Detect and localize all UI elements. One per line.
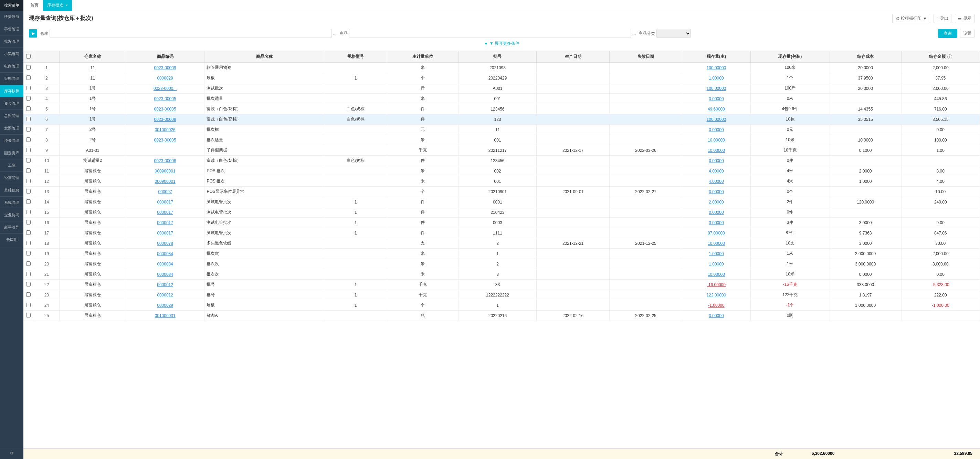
- sidebar-item-assets[interactable]: 固定资产: [0, 147, 24, 159]
- select-all-checkbox[interactable]: [26, 54, 31, 59]
- sidebar-item-quick-nav[interactable]: 快捷导航: [0, 11, 24, 23]
- product-code-cell[interactable]: 0023-00005: [126, 135, 204, 145]
- qty-main-cell[interactable]: 0.00000: [682, 207, 750, 218]
- row-checkbox[interactable]: [26, 137, 31, 142]
- product-code-cell[interactable]: 000097: [126, 186, 204, 197]
- product-code-cell[interactable]: 0000084: [126, 269, 204, 280]
- row-checkbox[interactable]: [26, 86, 31, 90]
- product-code-cell[interactable]: [126, 145, 204, 156]
- qty-main-cell[interactable]: 100.00000: [682, 63, 750, 73]
- product-code-cell[interactable]: 0023-00005: [126, 94, 204, 104]
- sidebar-logo[interactable]: 搜索菜单: [0, 0, 24, 11]
- qty-main-cell[interactable]: 100.00000: [682, 114, 750, 125]
- row-checkbox[interactable]: [26, 292, 31, 297]
- row-checkbox[interactable]: [26, 189, 31, 193]
- row-checkbox[interactable]: [26, 65, 31, 70]
- category-select[interactable]: [656, 29, 691, 38]
- qty-main-cell[interactable]: 0.00000: [682, 94, 750, 104]
- sidebar-item-invoice[interactable]: 发票管理: [0, 122, 24, 135]
- qty-main-cell[interactable]: 1.00000: [682, 259, 750, 269]
- sidebar-settings-icon[interactable]: ⚙: [0, 447, 24, 459]
- product-code-cell[interactable]: 0000017: [126, 207, 204, 218]
- product-code-cell[interactable]: 000900001: [126, 176, 204, 186]
- product-code-cell[interactable]: 0000084: [126, 259, 204, 269]
- expand-conditions-button[interactable]: ▼ ▼ 展开更多条件: [29, 39, 975, 48]
- qty-main-cell[interactable]: 0.00000: [682, 125, 750, 135]
- sidebar-item-cooperation[interactable]: 企业协同: [0, 209, 24, 222]
- display-button[interactable]: ☰ 显示: [955, 14, 975, 23]
- qty-main-cell[interactable]: 3.00000: [682, 218, 750, 228]
- sidebar-item-retail[interactable]: 零售管理: [0, 23, 24, 35]
- product-code-cell[interactable]: 0023-00008: [126, 156, 204, 166]
- setting-button[interactable]: 设置: [960, 29, 975, 38]
- sidebar-item-tax[interactable]: 税务管理: [0, 135, 24, 147]
- row-checkbox[interactable]: [26, 210, 31, 214]
- qty-main-cell[interactable]: -1.00000: [682, 300, 750, 311]
- product-code-cell[interactable]: 0000017: [126, 228, 204, 238]
- product-code-cell[interactable]: 0000012: [126, 290, 204, 300]
- row-checkbox[interactable]: [26, 127, 31, 132]
- row-checkbox[interactable]: [26, 303, 31, 307]
- sidebar-item-inventory[interactable]: 库存核算: [0, 85, 24, 97]
- qty-main-cell[interactable]: 1.00000: [682, 73, 750, 83]
- row-checkbox[interactable]: [26, 230, 31, 235]
- warehouse-input[interactable]: [49, 29, 332, 38]
- row-checkbox[interactable]: [26, 158, 31, 163]
- qty-main-cell[interactable]: 122.00000: [682, 290, 750, 300]
- product-code-cell[interactable]: 0023-00008: [126, 114, 204, 125]
- qty-main-cell[interactable]: 10.00000: [682, 135, 750, 145]
- row-checkbox[interactable]: [26, 168, 31, 173]
- tab-close-icon[interactable]: ×: [66, 3, 68, 7]
- row-checkbox[interactable]: [26, 261, 31, 266]
- row-checkbox[interactable]: [26, 241, 31, 245]
- product-code-cell[interactable]: 001000026: [126, 125, 204, 135]
- search-expand-button[interactable]: ▶: [29, 29, 37, 38]
- product-code-cell[interactable]: 0000029: [126, 300, 204, 311]
- sidebar-item-operation[interactable]: 经营管理: [0, 172, 24, 184]
- product-more-icon[interactable]: ...: [632, 31, 636, 36]
- total-cost-info-icon[interactable]: i: [947, 54, 952, 59]
- qty-main-cell[interactable]: -16.00000: [682, 280, 750, 290]
- product-code-cell[interactable]: 0000017: [126, 218, 204, 228]
- qty-main-cell[interactable]: 49.60000: [682, 104, 750, 114]
- product-input[interactable]: [349, 29, 631, 38]
- sidebar-item-ecommerce[interactable]: 电商管理: [0, 60, 24, 73]
- print-button[interactable]: 🖨 按模板打印 ▼: [892, 14, 930, 23]
- product-code-cell[interactable]: 0000084: [126, 249, 204, 259]
- qty-main-cell[interactable]: 100.00000: [682, 83, 750, 94]
- row-checkbox[interactable]: [26, 96, 31, 100]
- tab-home[interactable]: 首页: [26, 0, 43, 11]
- product-code-cell[interactable]: 0000029: [126, 73, 204, 83]
- row-checkbox[interactable]: [26, 107, 31, 111]
- query-button[interactable]: 查询: [938, 29, 957, 38]
- row-checkbox[interactable]: [26, 75, 31, 80]
- qty-main-cell[interactable]: 87.00000: [682, 228, 750, 238]
- row-checkbox[interactable]: [26, 251, 31, 255]
- product-code-cell[interactable]: 0023-0000...: [126, 83, 204, 94]
- sidebar-item-guide[interactable]: 新手引导: [0, 222, 24, 234]
- sidebar-item-finance[interactable]: 资金管理: [0, 97, 24, 110]
- product-code-cell[interactable]: 0000078: [126, 238, 204, 249]
- row-checkbox[interactable]: [26, 199, 31, 204]
- sidebar-item-system[interactable]: 系统管理: [0, 197, 24, 209]
- export-button[interactable]: ↑ 导出: [934, 14, 951, 23]
- qty-main-cell[interactable]: 10.00000: [682, 269, 750, 280]
- row-checkbox[interactable]: [26, 272, 31, 276]
- row-checkbox[interactable]: [26, 148, 31, 152]
- sidebar-item-basic[interactable]: 基础信息: [0, 184, 24, 197]
- qty-main-cell[interactable]: 10.00000: [682, 238, 750, 249]
- qty-main-cell[interactable]: 4.00000: [682, 166, 750, 176]
- sidebar-item-cloud[interactable]: 云应用: [0, 234, 24, 246]
- row-checkbox[interactable]: [26, 313, 31, 317]
- product-code-cell[interactable]: 001000031: [126, 311, 204, 321]
- sidebar-item-purchase[interactable]: 采购管理: [0, 73, 24, 85]
- row-checkbox[interactable]: [26, 220, 31, 225]
- product-code-cell[interactable]: 000900001: [126, 166, 204, 176]
- warehouse-more-icon[interactable]: ...: [333, 31, 337, 36]
- qty-main-cell[interactable]: 0.00000: [682, 311, 750, 321]
- product-code-cell[interactable]: 0023-00005: [126, 104, 204, 114]
- qty-main-cell[interactable]: 10.00000: [682, 145, 750, 156]
- qty-main-cell[interactable]: 2.00000: [682, 197, 750, 207]
- tab-inventory-batch[interactable]: 库存批次 ×: [43, 0, 72, 11]
- sidebar-item-wholesale[interactable]: 批发管理: [0, 35, 24, 48]
